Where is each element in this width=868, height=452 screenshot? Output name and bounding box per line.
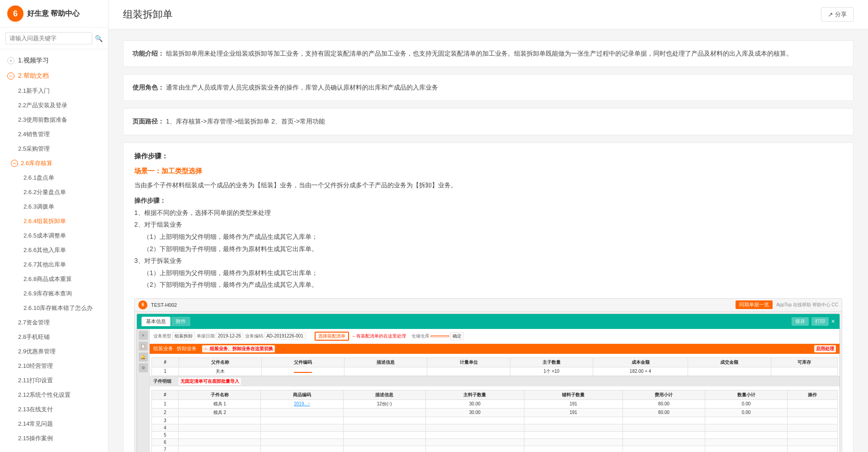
mock-type-switch-row: 组装业务 拆卸业务 ← 组装业务、拆卸业务在这里切换 启用处理 [150, 344, 840, 354]
mock-app-bar: 6 TEST-H002 同期单据一览 AppTop 在线帮助 帮助中心 CC [135, 299, 842, 312]
sidebar-item-video[interactable]: + 1.视频学习 [0, 53, 108, 68]
sidebar-item-finance[interactable]: 2.7资金管理 [0, 315, 108, 330]
sidebar-item-install[interactable]: 2.2产品安装及登录 [0, 98, 108, 113]
mock-ctd-qty: 0.00 [705, 400, 787, 408]
mock-save-btn[interactable]: 保存 [792, 317, 809, 326]
search-box: 🔍 [0, 28, 108, 49]
sidebar-nav: + 1.视频学习 − 2.帮助文档 2.1新手入门 2.2产品安装及登录 2.3… [0, 49, 108, 452]
mock-type-field: 业务类型 组装拆卸 [153, 332, 195, 340]
table-row: 4 [152, 424, 838, 431]
mock-th-qty: 主子数量 [510, 357, 593, 367]
table-row: 3 [152, 417, 838, 424]
share-button[interactable]: ↗ 分享 [821, 7, 854, 22]
mock-bom-btn[interactable]: 选择装配清单 [315, 332, 349, 341]
sidebar-item-faq[interactable]: 2.14常见问题 [0, 417, 108, 431]
mock-icon-2[interactable]: 📋 [139, 342, 148, 351]
intro-text: 组装拆卸单用来处理企业组装或拆卸等加工业务，支持有固定装配清单的产品加工业务，也… [166, 50, 793, 57]
mock-window-actions: 保存 打印 × [792, 317, 835, 326]
step1: 1、根据不同的业务，选择不同单据的类型来处理 [134, 207, 842, 219]
step3: 3、对于拆装业务 [134, 255, 842, 267]
sidebar-item-label: 2.帮助文档 [18, 72, 49, 80]
path-label: 页面路径： [132, 118, 164, 125]
mock-print-btn[interactable]: 打印 [811, 317, 829, 326]
search-input[interactable] [5, 32, 92, 44]
path-text: 1、库存核算->库存管理->组装拆卸单 2、首页->常用功能 [166, 118, 325, 125]
app-logo: 6 [7, 5, 24, 22]
collapse-icon: − [7, 72, 14, 80]
mock-close-btn[interactable]: × [831, 318, 835, 325]
sidebar-item-payment[interactable]: 2.13在线支付 [0, 402, 108, 417]
mock-enable-annotation: 启用处理 [814, 345, 836, 352]
mock-td-desc [344, 367, 427, 376]
sidebar-item-inventory[interactable]: − 2.6库存核算 [0, 156, 108, 171]
mock-tab-attachment[interactable]: 附件 [171, 317, 190, 326]
mock-ctd2-cost: 80.00 [623, 408, 705, 417]
sidebar-item-docs[interactable]: − 2.帮助文档 [0, 68, 108, 84]
scene1-title: 场景一：加工类型选择 [134, 167, 842, 176]
mock-icon-4[interactable]: ⚙ [139, 363, 148, 372]
sidebar-item-stocktake[interactable]: 2.6.1盘点单 [0, 171, 108, 185]
mock-td-unit [427, 367, 510, 376]
mock-form-area: 业务类型 组装拆卸 单据日期 2019-12-26 业务编码 AD-201912… [150, 329, 840, 452]
table-row: 2 模具 2 30.00 191 80.00 0.00 [152, 408, 838, 417]
sidebar-item-assembly[interactable]: 2.6.4组装拆卸单 [0, 214, 108, 228]
mock-bom-field: 选择装配清单 ←有装配清单的在这里处理 [315, 332, 406, 341]
sidebar-item-other-outbound[interactable]: 2.6.7其他出库单 [0, 257, 108, 272]
mock-icon-1[interactable]: ≡ [139, 331, 148, 340]
mock-code-val: AD-20191226-001 [264, 333, 306, 339]
mock-warehouse-val[interactable] [430, 335, 449, 337]
step2-sub2: （2）下部明细为子件明细，最终作为原材料生成其它出库单。 [134, 243, 842, 255]
mock-new-btn[interactable]: 同期单据一览 [736, 300, 773, 309]
operations-title: 操作步骤： [134, 152, 842, 161]
sidebar-item-ledger-query[interactable]: 2.6.9库存账本查询 [0, 286, 108, 301]
mock-ctd2-name: 模具 2 [179, 408, 261, 417]
mock-ctd2-qty: 0.00 [705, 408, 787, 417]
sidebar-item-transfer[interactable]: 2.6.3调拨单 [0, 200, 108, 214]
mock-th-cost: 成本金额 [593, 357, 688, 367]
main-header: 组装拆卸单 ↗ 分享 [108, 0, 868, 29]
sidebar-item-ops[interactable]: 2.10经营管理 [0, 359, 108, 373]
mock-type-val: 组装拆卸 [172, 332, 195, 340]
mock-confirm-btn[interactable]: 确定 [450, 332, 464, 340]
mock-ctd-desc: 12份(↑) [343, 400, 425, 408]
sidebar-item-mobile[interactable]: 2.8手机旺铺 [0, 330, 108, 344]
sidebar-item-other-inbound[interactable]: 2.6.6其他入库单 [0, 243, 108, 257]
mock-disassembly-tab[interactable]: 拆卸业务 [177, 345, 197, 352]
mock-window-bar: 基本信息 附件 保存 打印 × [137, 314, 840, 329]
sidebar-item-ledger-error[interactable]: 2.6.10库存账本错了怎么办 [0, 301, 108, 315]
sidebar: 6 好生意 帮助中心 🔍 + 1.视频学习 − 2.帮助文档 2.1新手入门 2… [0, 0, 108, 452]
mock-parent-table: # 父件名称 父件编码 描述信息 计量单位 主子数量 成本金额 成交金额 [151, 357, 838, 376]
sidebar-item-cost-recalc[interactable]: 2.6.8商品成本重算 [0, 272, 108, 286]
main-area: 组装拆卸单 ↗ 分享 功能介绍： 组装拆卸单用来处理企业组装或拆卸等加工业务，支… [108, 0, 868, 452]
mock-cth-op: 操作 [788, 390, 838, 400]
mock-tab-basic[interactable]: 基本信息 [142, 317, 170, 326]
sidebar-item-partial-stocktake[interactable]: 2.6.2分量盘点单 [0, 185, 108, 200]
search-icon[interactable]: 🔍 [95, 35, 103, 42]
mock-ctd-num: 1 [152, 400, 179, 408]
mock-cth-aux-qty: 辅料子数量 [524, 390, 623, 400]
sidebar-item-sales[interactable]: 2.4销售管理 [0, 127, 108, 142]
mock-cth-code: 商品编码 [261, 390, 343, 400]
sidebar-item-print[interactable]: 2.11打印设置 [0, 373, 108, 388]
sidebar-item-newbie[interactable]: 2.1新手入门 [0, 84, 108, 98]
sidebar-item-cases[interactable]: 2.15操作案例 [0, 431, 108, 446]
collapse-sub-icon: − [11, 160, 18, 167]
mock-switch-annotation: ← 组装业务、拆卸业务在这里切换 [202, 345, 275, 352]
mock-assembly-tab[interactable]: 组装业务 [153, 345, 173, 352]
page-title: 组装拆卸单 [123, 8, 173, 21]
sidebar-item-coupon[interactable]: 2.9优惠券管理 [0, 344, 108, 359]
sidebar-item-prepare[interactable]: 2.3使用前数据准备 [0, 113, 108, 127]
intro-label: 功能介绍： [132, 50, 164, 57]
path-block: 页面路径： 1、库存核算->库存管理->组装拆卸单 2、首页->常用功能 [123, 108, 854, 135]
mock-ctd-main-qty: 30.00 [425, 400, 524, 408]
mock-code-field: 业务编码 AD-20191226-001 [245, 333, 306, 339]
sidebar-item-cost-adjust[interactable]: 2.6.5成本调整单 [0, 228, 108, 243]
mock-icon-3[interactable]: 🔔 [139, 352, 148, 362]
sidebar-item-customize[interactable]: 2.12系统个性化设置 [0, 388, 108, 402]
sidebar-item-purchase[interactable]: 2.5采购管理 [0, 142, 108, 156]
mock-bom-annotation: ←有装配清单的在这里处理 [352, 333, 406, 339]
table-row: 1 模具 1 2019...↑ 12份(↑) 30.00 191 80.00 0… [152, 400, 838, 408]
role-label: 使用角色： [132, 84, 164, 91]
mock-ctd-op [788, 400, 838, 408]
mock-window-tabs: 基本信息 附件 [142, 317, 190, 326]
